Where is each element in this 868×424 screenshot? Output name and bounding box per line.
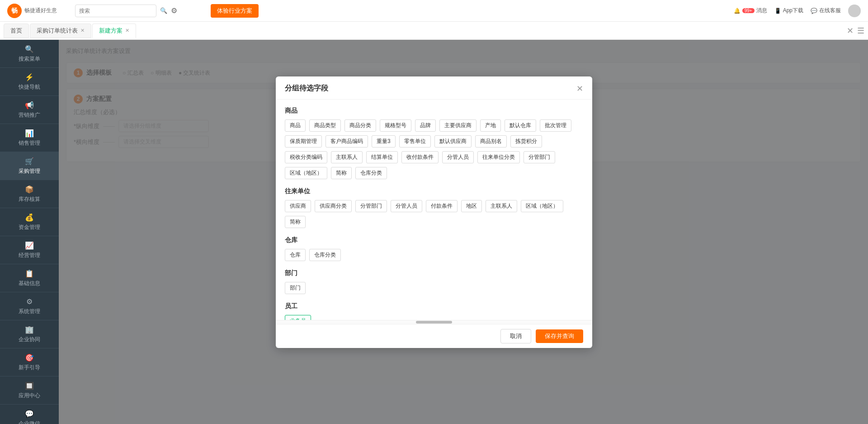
tab-home[interactable]: 首页 bbox=[4, 24, 29, 38]
tab-purchase[interactable]: 采购订单统计表 ✕ bbox=[30, 24, 91, 38]
system-icon: ⚙ bbox=[25, 297, 34, 306]
marketing-icon: 📢 bbox=[25, 100, 34, 110]
sidebar-item-purchase[interactable]: 🛒 采购管理 bbox=[0, 152, 59, 180]
sidebar-item-quicknav[interactable]: ⚡ 快捷导航 bbox=[0, 68, 59, 96]
sidebar: 🔍 搜索菜单 ⚡ 快捷导航 📢 营销推广 📊 销售管理 🛒 采购管理 📦 库存核… bbox=[0, 40, 59, 424]
field-tag-partner-contact[interactable]: 主联系人 bbox=[486, 200, 517, 212]
field-tag-retail-unit[interactable]: 零售单位 bbox=[399, 135, 431, 148]
tab-bar-right: ✕ ☰ bbox=[847, 26, 864, 36]
sidebar-item-guide[interactable]: 🎯 新手引导 bbox=[0, 348, 59, 376]
field-tag-manage-dept[interactable]: 分管部门 bbox=[524, 151, 555, 163]
field-tag-salesperson[interactable]: 业务员 bbox=[285, 315, 311, 320]
basic-info-icon: 📋 bbox=[25, 269, 34, 278]
field-tag-partner-manager[interactable]: 分管人员 bbox=[391, 200, 422, 212]
field-tag-main-supplier[interactable]: 主要供应商 bbox=[439, 119, 476, 132]
field-tag-spec-model[interactable]: 规格型号 bbox=[380, 119, 411, 132]
sidebar-operation-label: 经营管理 bbox=[19, 252, 40, 259]
sidebar-system-label: 系统管理 bbox=[19, 308, 40, 315]
online-service-item[interactable]: 💬 在线客服 bbox=[811, 7, 841, 14]
sidebar-item-finance[interactable]: 💰 资金管理 bbox=[0, 208, 59, 236]
sidebar-item-inventory[interactable]: 📦 库存核算 bbox=[0, 180, 59, 208]
field-tag-region[interactable]: 区域（地区） bbox=[285, 167, 327, 179]
field-tag-settle-unit[interactable]: 结算单位 bbox=[366, 151, 398, 163]
field-tag-goods-category[interactable]: 商品分类 bbox=[344, 119, 376, 132]
field-tag-goods[interactable]: 商品 bbox=[285, 119, 306, 132]
field-tag-supplier[interactable]: 供应商 bbox=[285, 200, 311, 212]
sidebar-item-system[interactable]: ⚙ 系统管理 bbox=[0, 292, 59, 320]
sidebar-item-search[interactable]: 🔍 搜索菜单 bbox=[0, 40, 59, 68]
experience-button[interactable]: 体验行业方案 bbox=[211, 4, 259, 18]
field-tag-warehouse-category[interactable]: 仓库分类 bbox=[355, 167, 387, 179]
gear-icon[interactable]: ⚙ bbox=[171, 6, 177, 15]
appcenter-icon: 🔲 bbox=[25, 381, 34, 390]
field-tag-weight[interactable]: 重量3 bbox=[372, 135, 396, 148]
guide-icon: 🎯 bbox=[25, 353, 34, 362]
logo-area: 畅 畅捷通好生意 bbox=[7, 4, 66, 18]
field-tag-customer-code[interactable]: 客户商品编码 bbox=[326, 135, 368, 148]
sidebar-item-operation[interactable]: 📈 经营管理 bbox=[0, 236, 59, 264]
inventory-icon: 📦 bbox=[25, 185, 34, 194]
sidebar-guide-label: 新手引导 bbox=[19, 364, 40, 372]
field-tag-origin[interactable]: 产地 bbox=[480, 119, 501, 132]
sidebar-basic-label: 基础信息 bbox=[19, 280, 40, 287]
field-tag-goods-alias[interactable]: 商品别名 bbox=[475, 135, 507, 148]
field-tag-short-name[interactable]: 简称 bbox=[331, 167, 352, 179]
sidebar-item-marketing[interactable]: 📢 营销推广 bbox=[0, 96, 59, 124]
sidebar-purchase-label: 采购管理 bbox=[19, 167, 40, 175]
modal-footer: 取消 保存并查询 bbox=[276, 324, 592, 348]
enterprise-icon: 🏢 bbox=[25, 325, 34, 334]
logo-icon: 畅 bbox=[7, 4, 22, 18]
tab-purchase-close[interactable]: ✕ bbox=[80, 28, 85, 33]
tab-menu-icon[interactable]: ☰ bbox=[857, 26, 864, 36]
top-header: 畅 畅捷通好生意 🔍 ⚙ 体验行业方案 🔔 99+ 消息 📱 App下载 💬 在… bbox=[0, 0, 868, 22]
field-tag-supplier-category[interactable]: 供应商分类 bbox=[315, 200, 352, 212]
section-dept: 部门 部门 bbox=[285, 269, 583, 294]
field-tag-manager[interactable]: 分管人员 bbox=[442, 151, 474, 163]
field-tag-warehouse-cat[interactable]: 仓库分类 bbox=[309, 249, 341, 261]
notification-item[interactable]: 🔔 99+ 消息 bbox=[734, 7, 767, 14]
modal-horizontal-scrollbar[interactable] bbox=[276, 320, 592, 324]
sidebar-item-wechat[interactable]: 💬 企业微信 bbox=[0, 405, 59, 424]
field-tag-area[interactable]: 地区 bbox=[461, 200, 482, 212]
download-icon: 📱 bbox=[774, 8, 781, 14]
modal-close-button[interactable]: ✕ bbox=[576, 84, 583, 94]
sidebar-item-enterprise[interactable]: 🏢 企业协同 bbox=[0, 320, 59, 348]
sidebar-inventory-label: 库存核算 bbox=[19, 195, 40, 203]
field-tag-pick-score[interactable]: 拣货积分 bbox=[510, 135, 542, 148]
field-tag-tax-code[interactable]: 税收分类编码 bbox=[285, 151, 327, 163]
field-tag-goods-type[interactable]: 商品类型 bbox=[309, 119, 341, 132]
warehouse-field-tags: 仓库 仓库分类 bbox=[285, 249, 583, 261]
field-tag-payment-condition[interactable]: 收付款条件 bbox=[401, 151, 439, 163]
field-tag-default-supplier[interactable]: 默认供应商 bbox=[434, 135, 472, 148]
search-input[interactable] bbox=[75, 5, 156, 17]
save-query-button[interactable]: 保存并查询 bbox=[536, 329, 583, 343]
field-tag-from-unit-category[interactable]: 往来单位分类 bbox=[477, 151, 520, 163]
sidebar-item-basic[interactable]: 📋 基础信息 bbox=[0, 264, 59, 292]
cancel-button[interactable]: 取消 bbox=[500, 329, 531, 343]
tab-close-all-icon[interactable]: ✕ bbox=[847, 26, 854, 36]
tab-new-plan[interactable]: 新建方案 ✕ bbox=[92, 24, 136, 38]
field-tag-warehouse[interactable]: 仓库 bbox=[285, 249, 306, 261]
section-partner-title: 往来单位 bbox=[285, 187, 583, 195]
modal-header: 分组待选字段 ✕ bbox=[276, 76, 592, 100]
notification-label: 消息 bbox=[756, 7, 767, 14]
field-tag-default-warehouse[interactable]: 默认仓库 bbox=[505, 119, 536, 132]
field-tag-pay-condition[interactable]: 付款条件 bbox=[426, 200, 458, 212]
section-warehouse-title: 仓库 bbox=[285, 236, 583, 244]
field-tag-brand[interactable]: 品牌 bbox=[415, 119, 436, 132]
field-tag-batch[interactable]: 批次管理 bbox=[540, 119, 571, 132]
sidebar-item-appcenter[interactable]: 🔲 应用中心 bbox=[0, 376, 59, 405]
field-tag-partner-dept[interactable]: 分管部门 bbox=[355, 200, 387, 212]
sidebar-wechat-label: 企业微信 bbox=[19, 420, 40, 424]
field-tag-main-contact[interactable]: 主联系人 bbox=[331, 151, 363, 163]
quicknav-icon: ⚡ bbox=[25, 72, 34, 81]
field-tag-shelf-life[interactable]: 保质期管理 bbox=[285, 135, 322, 148]
notification-badge: 99+ bbox=[742, 8, 755, 13]
sidebar-item-sales[interactable]: 📊 销售管理 bbox=[0, 124, 59, 152]
avatar[interactable] bbox=[848, 5, 861, 17]
field-tag-partner-region[interactable]: 区域（地区） bbox=[521, 200, 563, 212]
tab-new-plan-close[interactable]: ✕ bbox=[125, 28, 129, 33]
app-download-item[interactable]: 📱 App下载 bbox=[774, 7, 803, 14]
field-tag-dept[interactable]: 部门 bbox=[285, 282, 306, 294]
field-tag-partner-short[interactable]: 简称 bbox=[285, 216, 306, 228]
